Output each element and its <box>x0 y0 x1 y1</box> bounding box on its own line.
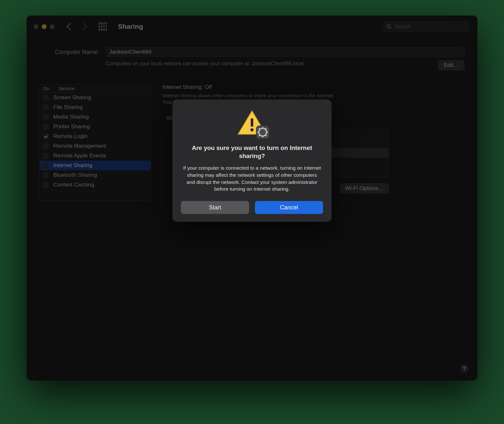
svg-point-3 <box>250 128 254 132</box>
service-row[interactable]: Remote Apple Events <box>40 151 151 161</box>
services-header-service: Service <box>58 86 75 91</box>
start-button[interactable]: Start <box>181 201 249 214</box>
toolbar: Sharing <box>26 16 478 37</box>
service-checkbox[interactable] <box>43 153 49 159</box>
edit-hostname-button[interactable]: Edit… <box>438 60 465 70</box>
service-label: Media Sharing <box>53 114 89 120</box>
close-window-button[interactable] <box>34 24 38 29</box>
show-all-icon[interactable] <box>99 22 107 31</box>
window-controls <box>34 24 55 29</box>
service-label: Content Caching <box>53 182 94 188</box>
wifi-options-button[interactable]: Wi-Fi Options… <box>340 183 389 194</box>
computer-name-description: Computers on your local network can acce… <box>106 60 306 67</box>
back-button[interactable] <box>67 23 74 30</box>
service-label: Remote Apple Events <box>53 153 106 159</box>
service-label: Bluetooth Sharing <box>53 172 97 178</box>
zoom-window-button[interactable] <box>50 24 55 29</box>
nav-buttons <box>68 24 86 29</box>
service-checkbox[interactable] <box>43 124 49 130</box>
system-preferences-badge-icon <box>256 125 269 139</box>
dialog-body: If your computer is connected to a netwo… <box>181 164 323 193</box>
svg-line-11 <box>266 135 267 136</box>
preferences-window: Sharing Computer Name: Computers on your… <box>26 16 478 381</box>
minimize-window-button[interactable] <box>42 24 47 29</box>
service-label: File Sharing <box>53 104 83 111</box>
search-icon <box>386 24 392 29</box>
services-header-on: On <box>43 86 58 91</box>
service-row[interactable]: Remote Management <box>40 141 151 151</box>
service-label: Remote Management <box>53 143 106 149</box>
service-row[interactable]: Content Caching <box>40 180 151 190</box>
warning-icon <box>236 109 268 138</box>
confirm-internet-sharing-dialog: Are you sure you want to turn on Interne… <box>173 100 331 222</box>
computer-name-label: Computer Name: <box>39 49 99 56</box>
service-checkbox[interactable] <box>43 133 49 139</box>
service-checkbox[interactable] <box>43 172 49 178</box>
computer-name-field[interactable] <box>106 47 465 57</box>
service-label: Printer Sharing <box>53 123 90 130</box>
service-row[interactable]: File Sharing <box>40 102 151 112</box>
services-table: On Service Screen SharingFile SharingMed… <box>39 84 151 201</box>
service-label: Remote Login <box>53 133 88 140</box>
service-checkbox[interactable] <box>43 114 49 120</box>
service-label: Internet Sharing <box>53 162 92 169</box>
service-checkbox[interactable] <box>43 104 49 110</box>
svg-line-10 <box>259 128 260 129</box>
service-label: Screen Sharing <box>53 94 91 101</box>
search-input[interactable] <box>394 24 467 29</box>
service-row[interactable]: Remote Login <box>40 132 151 141</box>
service-checkbox[interactable] <box>43 182 49 188</box>
window-title: Sharing <box>118 23 143 30</box>
svg-rect-2 <box>251 118 253 127</box>
service-row[interactable]: Bluetooth Sharing <box>40 170 151 180</box>
service-row[interactable]: Screen Sharing <box>40 93 151 102</box>
help-button[interactable]: ? <box>460 365 468 373</box>
forward-button[interactable] <box>80 23 88 30</box>
service-status: Internet Sharing: Off <box>163 84 465 90</box>
svg-line-13 <box>259 135 260 136</box>
services-header: On Service <box>40 84 151 93</box>
cancel-button[interactable]: Cancel <box>255 201 323 214</box>
search-field[interactable] <box>383 21 470 32</box>
dialog-title: Are you sure you want to turn on Interne… <box>181 144 323 160</box>
svg-line-1 <box>390 27 391 29</box>
svg-point-0 <box>387 25 390 28</box>
service-row[interactable]: Internet Sharing <box>40 161 151 170</box>
service-row[interactable]: Printer Sharing <box>40 122 151 132</box>
service-checkbox[interactable] <box>43 95 49 101</box>
service-row[interactable]: Media Sharing <box>40 112 151 122</box>
service-checkbox[interactable] <box>43 143 49 149</box>
svg-line-12 <box>266 128 267 129</box>
service-checkbox[interactable] <box>43 163 49 168</box>
